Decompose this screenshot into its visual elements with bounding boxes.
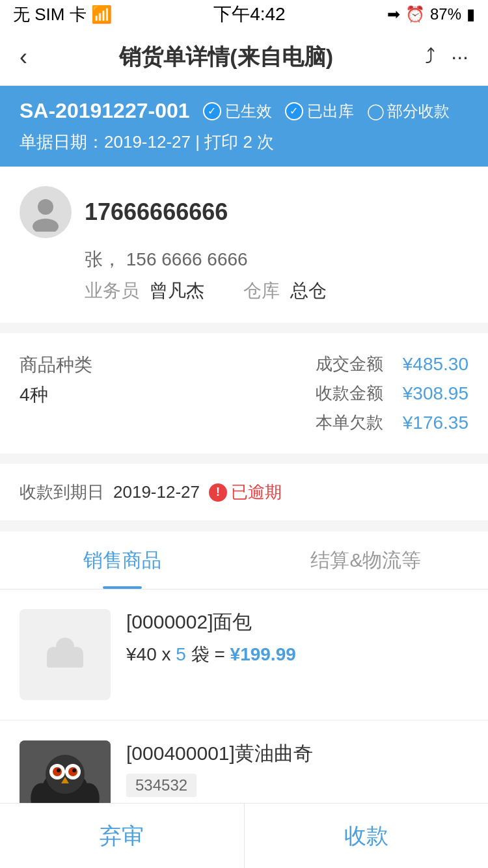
location-icon: ➡ xyxy=(387,5,400,23)
check-icon-1: ✓ xyxy=(203,102,221,120)
type-count: 4种 xyxy=(20,383,92,407)
status-shipped-label: 已出库 xyxy=(307,101,354,122)
tab-products-label: 销售商品 xyxy=(83,547,161,574)
customer-phone2: 156 6666 6666 xyxy=(126,249,248,269)
svg-point-13 xyxy=(57,768,61,772)
cancel-label: 弃审 xyxy=(100,821,144,851)
svg-point-14 xyxy=(72,768,76,772)
svg-point-1 xyxy=(33,219,59,232)
salesperson-value: 曾凡杰 xyxy=(150,280,204,301)
product-price-1: ¥40 x 5 袋 = ¥199.99 xyxy=(126,642,468,667)
customer-detail: 张， 156 6666 6666 xyxy=(20,247,468,272)
alarm-icon: ⏰ xyxy=(405,5,425,23)
svg-rect-5 xyxy=(47,653,83,668)
stats-left: 商品种类 4种 xyxy=(20,353,92,407)
tab-settlement-label: 结算&物流等 xyxy=(310,547,421,574)
customer-row: 17666666666 xyxy=(20,186,468,238)
due-label: 收款到期日 xyxy=(20,481,104,504)
header-banner: SA-20191227-001 ✓ 已生效 ✓ 已出库 ◯ 部分收款 单据日期：… xyxy=(0,86,488,167)
amount-label: 成交金额 xyxy=(316,353,383,375)
separator: | xyxy=(195,132,204,152)
product-name-1: [0000002]面包 xyxy=(126,609,468,636)
order-date: 单据日期：2019-12-27 xyxy=(20,132,191,152)
status-left: 无 SIM 卡 📶 xyxy=(13,3,112,26)
overdue-badge: ! 已逾期 xyxy=(209,481,282,504)
amount-row: 成交金额 ¥485.30 xyxy=(316,353,468,375)
status-partial-label: 部分收款 xyxy=(387,101,450,122)
owed-value: ¥176.35 xyxy=(403,413,468,433)
product-image-1 xyxy=(20,609,111,700)
tab-products[interactable]: 销售商品 xyxy=(0,532,244,589)
due-date-value: 2019-12-27 xyxy=(113,482,200,502)
status-right: ➡ ⏰ 87% ▮ xyxy=(387,5,475,23)
header-date-row: 单据日期：2019-12-27 | 打印 2 次 xyxy=(20,131,468,154)
confirm-label: 收款 xyxy=(344,821,388,851)
warehouse-label: 仓库 xyxy=(243,280,280,301)
status-bar: 无 SIM 卡 📶 下午4:42 ➡ ⏰ 87% ▮ xyxy=(0,0,488,29)
tabs-section: 销售商品 结算&物流等 xyxy=(0,532,488,590)
customer-name-text: 张 xyxy=(85,249,103,269)
customer-section: 17666666666 张， 156 6666 6666 业务员 曾凡杰 仓库 … xyxy=(0,167,488,323)
back-button[interactable]: ‹ xyxy=(20,44,27,71)
avatar xyxy=(20,186,72,238)
tab-settlement[interactable]: 结算&物流等 xyxy=(244,532,488,589)
confirm-button[interactable]: 收款 xyxy=(245,804,489,868)
status-partial: ◯ 部分收款 xyxy=(367,101,450,122)
status-effective-label: 已生效 xyxy=(225,101,272,122)
print-info: 打印 2 次 xyxy=(204,132,274,152)
customer-meta: 业务员 曾凡杰 仓库 总仓 xyxy=(20,278,468,303)
warehouse-value: 总仓 xyxy=(290,280,327,301)
battery-icon: ▮ xyxy=(467,5,475,23)
stats-section: 商品种类 4种 成交金额 ¥485.30 收款金额 ¥308.95 本单欠款 ¥… xyxy=(0,333,488,454)
product-total-1: ¥199.99 xyxy=(230,644,296,664)
battery-level: 87% xyxy=(430,5,461,23)
status-shipped: ✓ 已出库 xyxy=(285,101,354,122)
amount-value: ¥485.30 xyxy=(403,354,468,375)
warehouse-info: 仓库 总仓 xyxy=(243,278,327,303)
salesperson-label: 业务员 xyxy=(85,280,139,301)
svg-point-0 xyxy=(38,199,53,215)
received-value: ¥308.95 xyxy=(403,383,468,404)
nav-bar: ‹ 销货单详情(来自电脑) ⤴ ··· xyxy=(0,29,488,86)
check-icon-2: ✓ xyxy=(285,102,303,120)
more-icon[interactable]: ··· xyxy=(451,45,468,69)
owed-row: 本单欠款 ¥176.35 xyxy=(316,411,468,434)
product-item-1: [0000002]面包 ¥40 x 5 袋 = ¥199.99 xyxy=(0,590,488,720)
due-date-section: 收款到期日 2019-12-27 ! 已逾期 xyxy=(0,464,488,521)
order-id: SA-20191227-001 xyxy=(20,99,190,123)
page-title: 销货单详情(来自电脑) xyxy=(119,42,333,72)
stats-right: 成交金额 ¥485.30 收款金额 ¥308.95 本单欠款 ¥176.35 xyxy=(316,353,468,434)
status-time: 下午4:42 xyxy=(213,2,286,27)
header-top-row: SA-20191227-001 ✓ 已生效 ✓ 已出库 ◯ 部分收款 xyxy=(20,99,468,123)
salesperson-info: 业务员 曾凡杰 xyxy=(85,278,204,303)
status-effective: ✓ 已生效 xyxy=(203,101,272,122)
overdue-icon: ! xyxy=(209,483,227,502)
product-info-1: [0000002]面包 ¥40 x 5 袋 = ¥199.99 xyxy=(126,609,468,667)
cancel-button[interactable]: 弃审 xyxy=(0,804,245,868)
customer-phone: 17666666666 xyxy=(85,198,228,226)
product-name-2: [000400001]黄油曲奇 xyxy=(126,740,468,767)
share-icon[interactable]: ⤴ xyxy=(425,45,435,69)
received-label: 收款金额 xyxy=(316,382,383,405)
stats-row: 商品种类 4种 成交金额 ¥485.30 收款金额 ¥308.95 本单欠款 ¥… xyxy=(20,353,468,434)
type-label: 商品种类 xyxy=(20,353,92,377)
clock-icon: ◯ xyxy=(367,102,385,120)
received-row: 收款金额 ¥308.95 xyxy=(316,382,468,405)
product-qty-1: 5 xyxy=(176,644,186,664)
overdue-text: 已逾期 xyxy=(231,481,282,504)
product-sku-2: 534532 xyxy=(126,774,197,797)
nav-actions: ⤴ ··· xyxy=(425,45,468,69)
owed-label: 本单欠款 xyxy=(316,411,383,434)
bottom-bar: 弃审 收款 xyxy=(0,803,488,868)
